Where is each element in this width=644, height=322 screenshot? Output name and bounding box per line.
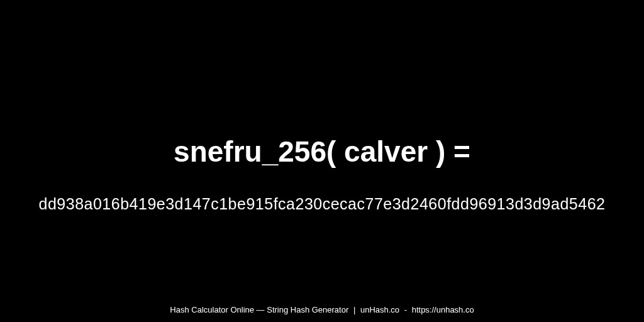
- footer-url: https://unhash.co: [412, 305, 474, 314]
- footer-separator: |: [353, 305, 355, 314]
- main-content: snefru_256( calver ) = dd938a016b419e3d1…: [0, 0, 644, 322]
- footer-separator: -: [404, 305, 407, 314]
- hash-expression: snefru_256( calver ) =: [174, 135, 470, 169]
- footer-title: Hash Calculator Online — String Hash Gen…: [170, 305, 348, 314]
- footer-site-name: unHash.co: [360, 305, 399, 314]
- hash-result: dd938a016b419e3d147c1be915fca230cecac77e…: [39, 195, 606, 213]
- footer: Hash Calculator Online — String Hash Gen…: [0, 305, 644, 314]
